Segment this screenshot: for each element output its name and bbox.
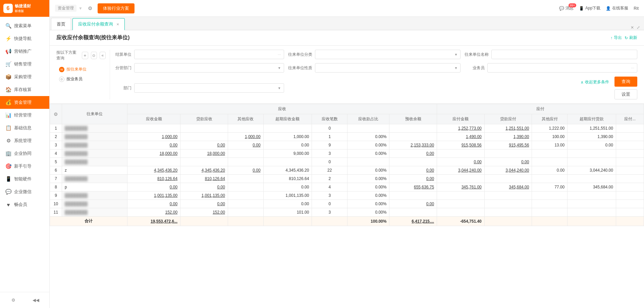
table-cell[interactable]: 0.00 <box>180 141 228 149</box>
table-row: 6 z 4,345,436.20 4,345,436.20 0.00 4,345… <box>50 166 644 175</box>
topbar-user[interactable]: Rit <box>634 6 639 11</box>
set-btn[interactable]: 设置 <box>614 89 637 99</box>
topbar-app-download[interactable]: 📱 App下载 <box>579 5 600 11</box>
table-cell[interactable]: 1,252,773.00 <box>437 124 485 133</box>
table-cell[interactable]: 3,044,240.00 <box>484 166 532 175</box>
table-cell[interactable]: 0.00 <box>484 158 532 166</box>
table-cell[interactable]: 810,126.64 <box>180 175 228 183</box>
filter-category-input[interactable]: ▼ <box>315 50 461 59</box>
table-cell[interactable]: 3,044,240.00 <box>437 166 485 175</box>
table-cell <box>180 124 228 133</box>
table-cell[interactable]: 0.00 <box>127 200 180 208</box>
table-cell[interactable]: 4,345,436.20 <box>180 166 228 175</box>
sidebar-item-guide[interactable]: 🎯新手引导 <box>0 160 49 173</box>
filter-dept-input[interactable]: ▼ <box>134 63 284 73</box>
filter-collapse-btn[interactable]: « <box>100 52 106 59</box>
filter-action-area: ∧ 收起更多条件 查询 设置 <box>288 77 637 99</box>
table-cell[interactable]: 1,001,135.00 <box>180 191 228 200</box>
table-cell[interactable]: 0.00 <box>389 175 437 183</box>
table-cell <box>568 175 616 183</box>
table-cell[interactable]: 0.00 <box>389 200 437 208</box>
filter-right-panel: 结算单位 ··· 往来单位分类 ▼ <box>111 50 637 99</box>
table-cell[interactable]: 152.00 <box>180 208 228 217</box>
export-btn[interactable]: ↑ 导出 <box>610 35 622 41</box>
sidebar-item-corp-collab[interactable]: 🏢企业协同 <box>0 147 49 160</box>
sidebar-item-system[interactable]: ⚙系统管理 <box>0 134 49 147</box>
table-cell[interactable]: 1,390.00 <box>484 133 532 141</box>
filter-sub-dept-input[interactable]: ▼ <box>134 83 284 93</box>
sidebar-item-inventory[interactable]: 🏠库存核算 <box>0 83 49 96</box>
th-ap-amount: 应付金额 <box>437 114 485 124</box>
table-cell[interactable]: 915,508.56 <box>437 141 485 149</box>
topbar-highlight-btn[interactable]: 体验行业方案 <box>98 3 135 13</box>
scheme-option-by-employee[interactable]: ⊙ 按业务员 <box>56 75 106 83</box>
table-cell[interactable]: 4,345,436.20 <box>127 166 180 175</box>
filter-nature-input[interactable]: ▼ <box>315 63 461 73</box>
sidebar-item-search-menu[interactable]: 🔍搜索菜单 <box>0 19 49 32</box>
filter-add-btn[interactable]: + <box>82 52 88 59</box>
filter-salesperson-input[interactable]: ··· <box>487 63 637 73</box>
close-window-icon[interactable]: ✕ <box>631 25 634 30</box>
sidebar-label-purchase: 采购管理 <box>14 74 32 80</box>
table-cell[interactable]: 0.00 <box>437 158 485 166</box>
table-cell[interactable]: 152.00 <box>127 208 180 217</box>
filter-settlement-input[interactable]: ··· <box>134 50 284 59</box>
query-btn[interactable]: 查询 <box>614 77 637 87</box>
filter-nature-arrow: ▼ <box>454 66 458 70</box>
table-cell[interactable]: 0.00 <box>228 166 263 175</box>
row-ar-count: 4 <box>312 183 347 191</box>
tab-close-icon[interactable]: ✕ <box>116 23 119 26</box>
sidebar-collapse-btn[interactable]: ◀◀ <box>26 296 46 305</box>
filter-collapse-toggle[interactable]: ∧ 收起更多条件 <box>578 77 612 88</box>
table-cell[interactable]: 810,126.64 <box>127 175 180 183</box>
tab-ar-ap[interactable]: 应收应付余额查询 ✕ <box>72 18 125 30</box>
sidebar-item-marketing[interactable]: 📢营销推广 <box>0 45 49 58</box>
table-settings-icon[interactable]: ⚙ <box>54 112 58 117</box>
table-cell <box>389 124 437 133</box>
table-cell[interactable]: 1,001,135.00 <box>127 191 180 200</box>
table-cell[interactable]: 655,636.75 <box>389 183 437 191</box>
sidebar-item-vip-member[interactable]: ♥畅会员 <box>0 198 49 211</box>
table-cell[interactable]: 1,000.00 <box>228 133 263 141</box>
table-cell[interactable]: 18,000.00 <box>127 149 180 158</box>
table-cell[interactable]: 1,000.00 <box>127 133 180 141</box>
sidebar-item-sales[interactable]: 🛒销售管理 <box>0 58 49 71</box>
topbar-gear-icon[interactable]: ⚙ <box>87 4 94 13</box>
table-cell[interactable]: 0.00 <box>127 183 180 191</box>
table-cell[interactable]: 345,684.00 <box>484 183 532 191</box>
tab-home[interactable]: 首页 <box>51 18 71 30</box>
sidebar-item-basic-info[interactable]: 📋基础信息 <box>0 122 49 134</box>
sidebar-settings-btn[interactable]: ⚙ <box>3 296 23 305</box>
table-cell[interactable]: 0.00 <box>180 183 228 191</box>
table-cell[interactable]: 915,495.56 <box>484 141 532 149</box>
sidebar-item-finance[interactable]: 💰资金管理 <box>0 96 49 109</box>
sidebar-icon-vip-member: ♥ <box>5 202 11 208</box>
sidebar-item-operations[interactable]: 📊经营管理 <box>0 109 49 122</box>
sidebar-item-purchase[interactable]: 📦采购管理 <box>0 71 49 83</box>
filter-label: 按以下方案查询 <box>56 50 79 61</box>
topbar-notification[interactable]: 💬 消息 99+ <box>559 5 574 11</box>
footer-ar-prepay[interactable]: 6,417,215.... <box>389 217 437 226</box>
table-cell[interactable]: 18,000.00 <box>180 149 228 158</box>
filter-scheme-btn[interactable]: ⊙ <box>91 52 97 59</box>
footer-ar-total[interactable]: 19,553,472,6... <box>127 217 180 226</box>
table-cell[interactable]: 1,251,551.00 <box>484 124 532 133</box>
table-cell[interactable]: 0.00 <box>180 200 228 208</box>
table-cell[interactable]: 0.00 <box>389 149 437 158</box>
sidebar-item-smart-hw[interactable]: 📱智能硬件 <box>0 173 49 185</box>
maximize-window-icon[interactable]: ⤢ <box>637 25 640 30</box>
table-cell[interactable]: 1,490.00 <box>437 133 485 141</box>
table-cell[interactable]: 2,153,333.00 <box>389 141 437 149</box>
table-cell[interactable]: 0.00 <box>127 141 180 149</box>
table-cell[interactable]: 0.00 <box>228 141 263 149</box>
table-cell[interactable]: 345,761.00 <box>437 183 485 191</box>
filter-name-input[interactable] <box>491 50 637 59</box>
scheme-option-by-customer[interactable]: W 按往来单位 <box>56 65 106 74</box>
th-settings[interactable]: ⚙ <box>50 104 62 124</box>
sidebar-item-corp-wechat[interactable]: 💬企业微信 <box>0 185 49 198</box>
refresh-btn[interactable]: ↻ 刷新 <box>625 35 637 41</box>
table-cell[interactable]: 0.00 <box>389 166 437 175</box>
topbar-online-service[interactable]: 👤 在线客服 <box>606 5 628 11</box>
sidebar-label-vip-member: 畅会员 <box>14 202 27 208</box>
sidebar-item-quick-nav[interactable]: ⚡快捷导航 <box>0 32 49 45</box>
